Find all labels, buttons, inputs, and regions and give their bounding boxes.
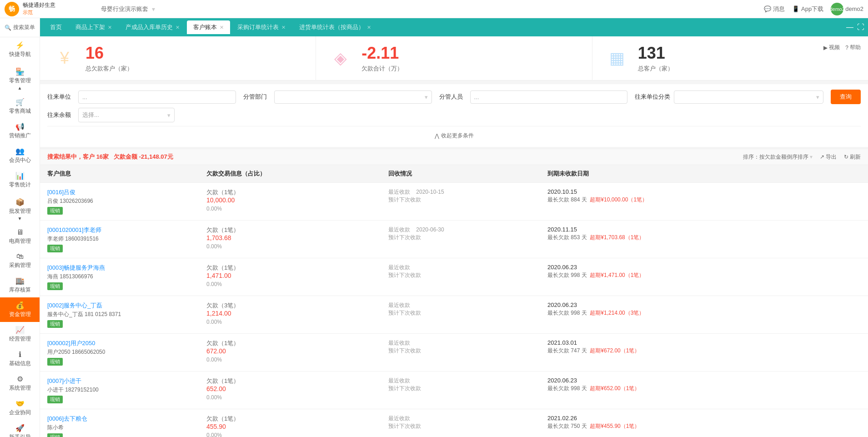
overdue-amount-2[interactable]: 超期¥1,471.00（1笔） — [590, 272, 644, 278]
sort-dropdown-icon[interactable]: ▾ — [810, 154, 813, 160]
result-actions: 排序：按欠款金额倒序排序 ▾ ↗ 导出 ↻ 刷新 — [743, 153, 861, 161]
payment-label-2: 最近收款 — [388, 264, 547, 271]
customer-name-4[interactable]: [000002]用户2050 — [47, 340, 95, 347]
overdue-days-2: 最长欠款 998 天 超期¥1,471.00（1笔） — [547, 271, 861, 279]
customer-name-3[interactable]: [0002]服务中心_丁磊 — [47, 302, 102, 309]
retail-mall-icon: 🛒 — [15, 98, 25, 106]
tab-incoming-stats[interactable]: 进货单统计表（按商品） ✕ — [293, 20, 377, 34]
company-dropdown-icon[interactable]: ▾ — [152, 5, 155, 13]
tab-product-offline[interactable]: 商品上下架 ✕ — [69, 20, 118, 34]
search-icon: 🔍 — [5, 25, 11, 31]
payment-info-2: 最近收款 预计下次收款 — [388, 264, 547, 279]
app-download-btn[interactable]: 📱 App下载 — [792, 5, 823, 13]
customer-name-2[interactable]: [0003]畅捷服务尹海燕 — [47, 264, 105, 271]
tab-product-offline-close[interactable]: ✕ — [108, 25, 112, 30]
sidebar-item-operation[interactable]: 📈 经营管理 — [0, 322, 40, 347]
filter-dept-select[interactable]: ▾ — [274, 90, 432, 104]
video-icon: ▶ — [823, 45, 828, 51]
payment-info-4: 最近收款 预计下次收款 — [388, 339, 547, 355]
sidebar-item-marketing[interactable]: 📢 营销推广 — [0, 119, 40, 143]
customer-name-0[interactable]: [0016]吕俊 — [47, 189, 75, 196]
filter-from-unit-input[interactable]: ... — [78, 90, 236, 104]
tab-product-history-close[interactable]: ✕ — [176, 25, 180, 30]
overdue-amount-4[interactable]: 超期¥672.00（1笔） — [590, 347, 640, 354]
sidebar-item-ecommerce[interactable]: 🖥 电商管理 — [0, 225, 40, 249]
tab-incoming-stats-label: 进货单统计表（按商品） — [299, 23, 364, 31]
debt-percent-0: 0.00% — [206, 206, 388, 212]
payment-label-5: 最近收款 — [388, 377, 547, 385]
tab-customer-account[interactable]: 客户账本 ✕ — [187, 20, 230, 34]
sidebar-item-finance[interactable]: 💰 资金管理 — [0, 297, 40, 322]
overdue-amount-6[interactable]: 超期¥455.90（1笔） — [590, 423, 640, 429]
sidebar-item-member[interactable]: 👥 会员中心 — [0, 143, 40, 168]
sidebar-search-area: 🔍 搜索菜单 — [0, 18, 40, 37]
table-row: [0006]去下粮仓 陈小希 现销 欠款（1笔） 455.90 0.00% 最近… — [40, 409, 868, 437]
refresh-btn[interactable]: ↻ 刷新 — [844, 153, 861, 161]
filter-manager-input[interactable]: ... — [470, 90, 628, 104]
overdue-days-5: 最长欠款 998 天 超期¥652.00（1笔） — [547, 385, 861, 392]
sidebar-item-retail-stats[interactable]: 📊 零售统计 — [0, 168, 40, 192]
tab-purchase-order-close[interactable]: ✕ — [281, 25, 286, 30]
overdue-info-2: 2020.06.23 最长欠款 998 天 超期¥1,471.00（1笔） — [547, 264, 861, 279]
debt-amount-4: 672.00 — [206, 347, 388, 355]
tab-home[interactable]: 首页 — [44, 20, 68, 34]
table-container: 客户信息 欠款交易信息（占比） 回收情况 到期未收款日期 [0016]吕俊 吕俊… — [40, 165, 868, 437]
sidebar-item-inventory[interactable]: 🏬 库存核算 — [0, 273, 40, 297]
tab-minimize-btn[interactable]: — — [846, 23, 853, 31]
debt-percent-6: 0.00% — [206, 432, 388, 437]
user-profile-btn[interactable]: demo2 demo2 — [831, 3, 863, 15]
debt-count-3: 欠款（3笔） — [206, 301, 388, 310]
video-action-btn[interactable]: ▶ 视频 — [823, 44, 840, 51]
customer-name-5[interactable]: [0007]小进干 — [47, 377, 81, 384]
filter-dept-label: 分管部门 — [243, 93, 271, 101]
tab-customer-account-close[interactable]: ✕ — [220, 25, 224, 30]
header-due-date: 到期未收款日期 — [547, 170, 861, 178]
customer-phone-4: 用户2050 18665062050 — [47, 348, 206, 356]
sidebar-item-retail-mall[interactable]: 🛒 零售商城 — [0, 94, 40, 119]
overdue-amount-0[interactable]: 超期¥10,000.00（1笔） — [590, 196, 647, 203]
stats-row: ¥ 16 总欠款客户（家） ◈ -2.11 欠款合计（万） — [40, 36, 868, 80]
user-name: demo2 — [845, 5, 863, 12]
search-menu-btn[interactable]: 🔍 搜索菜单 — [3, 22, 37, 33]
refresh-icon: ↻ — [844, 154, 848, 160]
filter-balance-select[interactable]: 选择... ▾ — [78, 108, 175, 122]
search-button[interactable]: 查询 — [831, 90, 861, 104]
tab-incoming-stats-close[interactable]: ✕ — [367, 25, 371, 30]
collapse-btn[interactable]: ⋀ 收起更多条件 — [47, 130, 861, 141]
tab-product-history[interactable]: 产成品入库单历史 ✕ — [119, 20, 186, 34]
overdue-amount-1[interactable]: 超期¥1,703.68（1笔） — [590, 234, 644, 241]
tab-customer-account-label: 客户账本 — [193, 23, 217, 31]
sidebar-item-retail-mgmt[interactable]: 🏪 零售管理 ▲ — [0, 64, 40, 94]
customer-tag-1: 现销 — [47, 245, 63, 252]
filter-unit-category: 往来单位分类 ▾ — [635, 90, 823, 104]
sidebar-item-batch-mgmt[interactable]: 📦 批发管理 ▼ — [0, 194, 40, 225]
filter-unit-category-select[interactable]: ▾ — [674, 90, 823, 104]
customer-tag-0: 现销 — [47, 207, 63, 215]
overdue-days-0: 最长欠款 884 天 超期¥10,000.00（1笔） — [547, 196, 861, 204]
overdue-amount-5[interactable]: 超期¥652.00（1笔） — [590, 385, 640, 392]
customer-tag-6: 现销 — [47, 433, 63, 437]
company-name[interactable]: 母婴行业演示账套 — [101, 5, 148, 13]
customer-name-6[interactable]: [0006]去下粮仓 — [47, 415, 87, 422]
dept-dropdown-icon: ▾ — [425, 94, 428, 100]
export-btn[interactable]: ↗ 导出 — [820, 153, 837, 161]
debt-percent-5: 0.00% — [206, 394, 388, 401]
due-date-1: 2020.11.15 — [547, 226, 861, 233]
sidebar-item-system[interactable]: ⚙ 系统管理 — [0, 371, 40, 396]
sidebar-item-basic-info[interactable]: ℹ 基础信息 — [0, 347, 40, 371]
tab-purchase-order[interactable]: 采购订单统计表 ✕ — [231, 20, 292, 34]
customer-tag-2: 现销 — [47, 282, 63, 290]
table-row: [0002]服务中心_丁磊 服务中心_丁磊 181 0125 8371 现销 欠… — [40, 296, 868, 334]
content-area: 首页 商品上下架 ✕ 产成品入库单历史 ✕ 客户账本 ✕ 采购订单统计表 ✕ — [40, 18, 868, 437]
overdue-amount-3[interactable]: 超期¥1,214.00（3笔） — [590, 310, 644, 316]
tab-maximize-btn[interactable]: ⛶ — [857, 23, 864, 31]
sidebar-item-purchase[interactable]: 🛍 采购管理 — [0, 249, 40, 273]
help-action-btn[interactable]: ? 帮助 — [845, 44, 861, 51]
sidebar-item-guide[interactable]: 🚀 新手引导 — [0, 420, 40, 437]
sidebar-item-collab[interactable]: 🤝 企业协同 — [0, 396, 40, 420]
stat-actions: ▶ 视频 ? 帮助 — [823, 44, 861, 51]
customer-tag-3: 现销 — [47, 320, 63, 328]
customer-name-1[interactable]: [0001020001]李老师 — [47, 226, 101, 233]
message-btn[interactable]: 💬 消息 — [764, 5, 785, 13]
sidebar-item-quick-nav[interactable]: ⚡ 快捷导航 — [0, 37, 40, 62]
